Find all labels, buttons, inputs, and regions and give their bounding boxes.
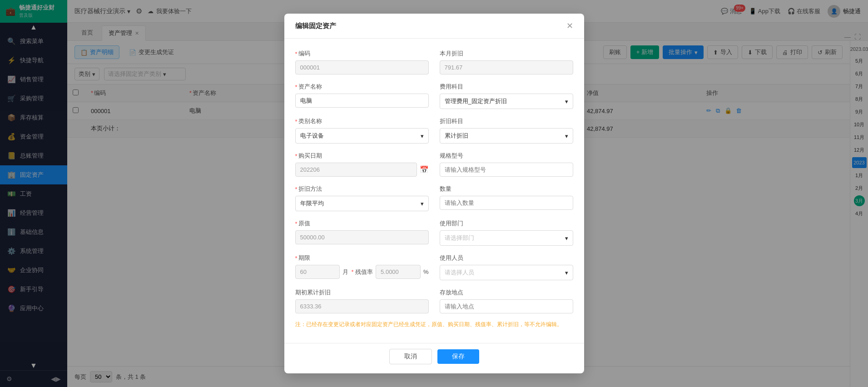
asset-name-input[interactable] (295, 94, 429, 108)
edit-asset-modal: 编辑固定资产 ✕ * 编码 本月折旧 (284, 14, 584, 373)
field-asset-name: * 资产名称 (295, 83, 429, 109)
code-label: * 编码 (295, 50, 429, 58)
field-dep-method: * 折旧方法 年限平均 ▾ (295, 185, 429, 211)
field-department: 使用部门 请选择部门 ▾ (440, 219, 573, 246)
field-quantity: 数量 (440, 185, 573, 211)
initial-dep-input (295, 299, 429, 313)
dep-subject-label: 折旧科目 (440, 117, 573, 125)
field-storage: 存放地点 (440, 288, 573, 313)
category-arrow: ▾ (421, 133, 424, 139)
quantity-input[interactable] (440, 196, 573, 210)
department-select[interactable]: 请选择部门 ▾ (440, 230, 573, 246)
quantity-label: 数量 (440, 185, 573, 193)
field-original-value: * 原值 (295, 219, 429, 246)
cancel-button[interactable]: 取消 (389, 349, 432, 364)
original-value-input (295, 230, 429, 244)
dep-subject-value: 累计折旧 (445, 132, 468, 140)
purchase-date-label: * 购买日期 (295, 152, 429, 160)
department-placeholder: 请选择部门 (445, 234, 474, 242)
modal-note: 注：已经存在变更记录或者对应固定资产已经生成凭证，原值、购买日期、残值率、累计折… (295, 321, 573, 332)
storage-input[interactable] (440, 299, 573, 313)
save-button[interactable]: 保存 (437, 349, 479, 364)
purchase-date-wrap: 📅 (295, 163, 429, 177)
field-period-residual: * 期限 月 * 残值率 % (295, 254, 429, 280)
dep-method-arrow: ▾ (421, 200, 424, 207)
field-current-month-dep: 本月折旧 (440, 50, 573, 74)
personnel-placeholder: 请选择人员 (445, 268, 474, 277)
personnel-label: 使用人员 (440, 254, 573, 262)
dep-method-label: * 折旧方法 (295, 185, 429, 193)
modal-title: 编辑固定资产 (295, 22, 336, 30)
residual-rate-input (376, 265, 421, 279)
expense-subject-label: 费用科目 (440, 83, 573, 91)
dep-method-select[interactable]: 年限平均 ▾ (295, 196, 429, 211)
residual-rate-unit: % (423, 268, 429, 275)
field-personnel: 使用人员 请选择人员 ▾ (440, 254, 573, 280)
period-unit: 月 (342, 268, 348, 276)
expense-subject-value: 管理费用_固定资产折旧 (445, 97, 507, 105)
period-input (295, 265, 340, 279)
category-value: 电子设备 (300, 132, 324, 140)
original-value-label: * 原值 (295, 219, 429, 228)
code-input[interactable] (295, 60, 429, 74)
dep-subject-arrow: ▾ (565, 133, 568, 139)
spec-model-input[interactable] (440, 163, 573, 177)
modal-overlay: 编辑固定资产 ✕ * 编码 本月折旧 (0, 0, 868, 387)
initial-dep-label: 期初累计折旧 (295, 288, 429, 297)
field-purchase-date: * 购买日期 📅 (295, 152, 429, 177)
spec-model-label: 规格型号 (440, 152, 573, 160)
field-expense-subject: 费用科目 管理费用_固定资产折旧 ▾ (440, 83, 573, 109)
purchase-date-input (295, 163, 417, 177)
personnel-select[interactable]: 请选择人员 ▾ (440, 265, 573, 280)
expense-subject-select[interactable]: 管理费用_固定资产折旧 ▾ (440, 94, 573, 109)
dep-method-value: 年限平均 (300, 199, 324, 208)
personnel-arrow: ▾ (565, 269, 568, 276)
expense-subject-arrow: ▾ (565, 98, 568, 105)
field-initial-dep: 期初累计折旧 (295, 288, 429, 313)
storage-label: 存放地点 (440, 288, 573, 297)
field-category: * 类别名称 电子设备 ▾ (295, 117, 429, 144)
category-label: * 类别名称 (295, 117, 429, 125)
current-month-dep-label: 本月折旧 (440, 50, 573, 58)
department-arrow: ▾ (565, 235, 568, 242)
period-residual-wrap: 月 * 残值率 % (295, 265, 429, 279)
residual-rate-label: * 残值率 (351, 268, 373, 276)
category-select[interactable]: 电子设备 ▾ (295, 128, 429, 144)
modal-footer: 取消 保存 (284, 343, 584, 373)
modal-body: * 编码 本月折旧 * 资产名称 (284, 39, 584, 343)
field-spec-model: 规格型号 (440, 152, 573, 177)
period-label: * 期限 (295, 254, 429, 262)
current-month-dep-input (440, 60, 573, 74)
modal-header: 编辑固定资产 ✕ (284, 14, 584, 39)
dep-subject-select[interactable]: 累计折旧 ▾ (440, 128, 573, 144)
asset-name-label: * 资产名称 (295, 83, 429, 91)
calendar-icon[interactable]: 📅 (420, 165, 429, 174)
modal-close-btn[interactable]: ✕ (566, 21, 573, 31)
field-dep-subject: 折旧科目 累计折旧 ▾ (440, 117, 573, 144)
form-grid: * 编码 本月折旧 * 资产名称 (295, 50, 573, 313)
field-code: * 编码 (295, 50, 429, 74)
department-label: 使用部门 (440, 219, 573, 228)
